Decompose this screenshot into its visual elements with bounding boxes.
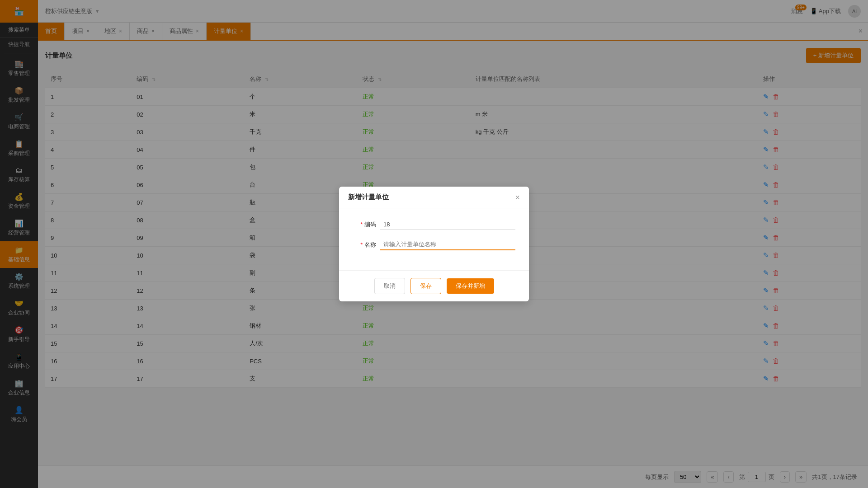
code-label: * 编码 xyxy=(353,221,380,229)
modal-title: 新增计量单位 xyxy=(348,193,389,202)
modal-footer: 取消 保存 保存并新增 xyxy=(339,270,529,301)
modal-header: 新增计量单位 × xyxy=(339,187,529,208)
code-input[interactable] xyxy=(380,219,515,230)
modal-close-btn[interactable]: × xyxy=(515,193,520,202)
save-and-new-button[interactable]: 保存并新增 xyxy=(447,278,494,294)
form-row-name: * 名称 xyxy=(353,239,515,250)
name-label: * 名称 xyxy=(353,241,380,249)
cancel-button[interactable]: 取消 xyxy=(374,278,405,294)
add-unit-modal: 新增计量单位 × * 编码 * 名称 取消 保存 保存并新增 xyxy=(339,187,529,301)
form-row-code: * 编码 xyxy=(353,219,515,230)
save-button[interactable]: 保存 xyxy=(410,278,441,294)
modal-overlay[interactable]: 新增计量单位 × * 编码 * 名称 取消 保存 保存并新增 xyxy=(0,0,868,488)
modal-body: * 编码 * 名称 xyxy=(339,208,529,270)
name-input[interactable] xyxy=(380,239,515,250)
